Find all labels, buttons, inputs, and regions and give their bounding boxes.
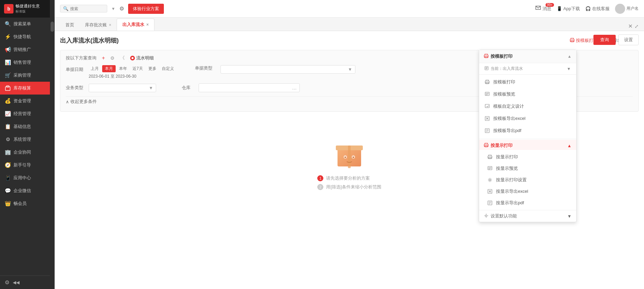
topbar-dropdown-icon[interactable]: ▼ xyxy=(111,6,115,11)
tab-home[interactable]: 首页 xyxy=(60,19,80,31)
date-tab-7days[interactable]: 近7天 xyxy=(130,65,145,72)
warehouse-more-icon[interactable]: … xyxy=(292,85,297,90)
date-tab-custom[interactable]: 自定义 xyxy=(160,65,176,72)
sidebar-item-guide[interactable]: 🧭 新手引导 xyxy=(0,159,50,172)
display-settings-item[interactable]: 按显示打印设置 xyxy=(479,174,576,186)
tab-label: 首页 xyxy=(65,22,74,28)
sidebar-item-search[interactable]: 🔍 搜索菜单 xyxy=(0,18,50,30)
step-1-num: 1 xyxy=(317,175,323,181)
display-pdf-icon xyxy=(487,200,493,206)
message-icon xyxy=(535,5,541,12)
sidebar-item-purchase[interactable]: 🛒 采购管理 xyxy=(0,69,50,82)
sidebar-item-finance[interactable]: 💰 资金管理 xyxy=(0,95,50,107)
template-preview-label: 按模板预览 xyxy=(493,91,515,97)
settings-icon[interactable]: ⚙ xyxy=(5,279,9,286)
date-tab-last-month[interactable]: 上月 xyxy=(89,65,101,72)
business-type-select-wrap[interactable]: ▼ xyxy=(89,84,156,92)
app-download-btn[interactable]: 📱 App下载 xyxy=(557,6,580,12)
logo-icon: b xyxy=(4,4,13,14)
sidebar-item-member[interactable]: 👑 畅会员 xyxy=(0,197,50,210)
display-excel-label: 按显示导出excel xyxy=(496,188,528,194)
print-dropdown-panel: 按模板打印 ▲ 当前：出入库流水 xyxy=(479,50,577,222)
close-tab-btn[interactable]: ✕ xyxy=(628,23,633,29)
scroll-handle[interactable] xyxy=(51,22,54,32)
sidebar-item-label: 畅会员 xyxy=(13,201,27,207)
sidebar-item-basic[interactable]: 📋 基础信息 xyxy=(0,120,50,133)
query-actions: … 查询 设置 xyxy=(585,34,639,45)
warehouse-input-wrap[interactable]: … xyxy=(199,83,300,92)
sidebar-item-corp[interactable]: 🏢 企业协同 xyxy=(0,146,50,159)
date-tab-current-month[interactable]: 本月 xyxy=(102,65,116,72)
filter-gear-icon[interactable]: ⚙ xyxy=(110,55,115,61)
template-excel-item[interactable]: 按模板导出excel xyxy=(479,112,576,125)
tab-label: 出入库流水 xyxy=(122,22,144,28)
sidebar-item-label: 搜索菜单 xyxy=(13,21,31,27)
current-template-label: 当前：出入库流水 xyxy=(485,66,523,72)
current-template-chevron[interactable]: ▼ xyxy=(567,67,571,71)
display-pdf-label: 按显示导出pdf xyxy=(496,200,524,206)
sidebar-item-label: 采购管理 xyxy=(13,72,31,78)
message-btn[interactable]: 99+ 消息 xyxy=(535,5,551,12)
template-preview-item[interactable]: 按模板预览 xyxy=(479,88,576,100)
filter-tag-active[interactable]: 流水明细 xyxy=(130,55,154,61)
search-bar[interactable]: 🔍 xyxy=(60,5,107,12)
template-pdf-item[interactable]: 按模板导出pdf xyxy=(479,125,576,137)
filter-collapse-icon[interactable]: 《 xyxy=(120,55,125,61)
sidebar-item-system[interactable]: ⚙ 系统管理 xyxy=(0,133,50,146)
svg-point-11 xyxy=(353,157,354,158)
tab-close-active-icon[interactable]: × xyxy=(146,22,149,27)
search-bar-icon: 🔍 xyxy=(63,6,68,11)
topbar-right: 99+ 消息 📱 App下载 🎧 在线客服 用户名 xyxy=(535,4,639,14)
date-tab-more[interactable]: 更多 xyxy=(146,65,158,72)
tab-flow[interactable]: 出入库流水 × xyxy=(117,19,154,31)
display-pdf-item[interactable]: 按显示导出pdf xyxy=(479,197,576,209)
sidebar-item-inventory[interactable]: 库存核算 xyxy=(0,82,50,95)
display-section-header[interactable]: 按显示打印 ▲ xyxy=(479,140,576,150)
display-section-title: 按显示打印 xyxy=(484,142,513,149)
display-excel-item[interactable]: 按显示导出excel xyxy=(479,186,576,197)
tab-label: 库存批次账 xyxy=(85,22,107,28)
display-preview-item[interactable]: 按显示预览 xyxy=(479,163,576,174)
collapse-label: 收起更多条件 xyxy=(70,99,97,105)
display-print-item[interactable]: 按显示打印 xyxy=(479,151,576,163)
template-custom-item[interactable]: 模板自定义设计 xyxy=(479,100,576,112)
page-header: 出入库流水(流水明细) 按模板打印 ▲ | xyxy=(60,36,639,45)
tab-batch[interactable]: 库存批次账 × xyxy=(80,19,117,31)
display-section-chevron[interactable]: ▲ xyxy=(567,143,572,148)
sidebar-item-label: 经营管理 xyxy=(13,111,31,117)
user-avatar-area[interactable]: 用户名 xyxy=(615,4,639,14)
sidebar-item-wechat[interactable]: 💬 企业微信 xyxy=(0,184,50,197)
date-tab-current-year[interactable]: 本年 xyxy=(117,65,129,72)
date-range: 2023-06-01 至 2023-06-30 xyxy=(89,74,176,79)
dropdown-header-chevron[interactable]: ▲ xyxy=(567,54,572,59)
maximize-btn[interactable]: ⤢ xyxy=(635,24,639,29)
sidebar-item-operations[interactable]: 📈 经营管理 xyxy=(0,107,50,120)
online-service-btn[interactable]: 🎧 在线客服 xyxy=(585,6,610,12)
tab-close-icon[interactable]: × xyxy=(109,23,111,27)
empty-steps: 1 请先选择要分析的方案 2 用[筛选]条件来缩小分析范围 xyxy=(317,175,381,190)
sidebar-item-appcenter[interactable]: 📱 应用中心 xyxy=(0,172,50,184)
settings-btn[interactable]: 设置 xyxy=(618,34,639,45)
current-template-text: 当前：出入库流水 xyxy=(491,66,523,72)
more-options-icon[interactable]: … xyxy=(585,36,591,44)
dropdown-divider xyxy=(479,139,576,139)
template-custom-icon xyxy=(485,104,490,109)
building-icon: 🏢 xyxy=(5,149,11,155)
collapse-sidebar-icon[interactable]: ◀◀ xyxy=(13,280,20,285)
sidebar-item-sales[interactable]: 📊 销售管理 xyxy=(0,56,50,69)
sidebar-item-quicknav[interactable]: ⚡ 快捷导航 xyxy=(0,30,50,43)
display-section-icon xyxy=(484,143,489,149)
trial-btn[interactable]: 体验行业方案 xyxy=(128,4,164,14)
sidebar-item-marketing[interactable]: 📢 营销推广 xyxy=(0,43,50,56)
search-input[interactable] xyxy=(70,6,104,11)
step-1-text: 请先选择要分析的方案 xyxy=(326,175,370,181)
filter-add-icon[interactable]: + xyxy=(102,55,105,61)
topbar-gear-icon[interactable]: ⚙ xyxy=(119,5,124,12)
mobile-icon: 📱 xyxy=(557,6,562,11)
template-print-item[interactable]: 按模板打印 xyxy=(479,76,576,88)
sidebar-item-label: 新手引导 xyxy=(13,162,31,168)
dropdown-footer[interactable]: 设置默认功能 ▼ xyxy=(479,210,576,222)
voucher-type-select-wrap[interactable]: ▼ xyxy=(221,65,355,74)
query-btn[interactable]: 查询 xyxy=(593,35,616,45)
current-template-icon xyxy=(485,66,489,71)
